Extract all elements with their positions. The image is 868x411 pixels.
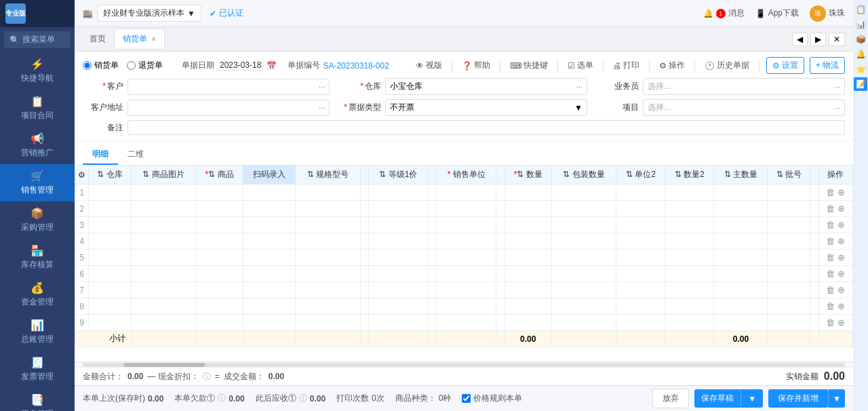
tab-next-button[interactable]: ▶	[810, 33, 826, 46]
row2-warehouse[interactable]	[89, 201, 132, 217]
row8-delete-btn[interactable]: 🗑	[826, 301, 835, 311]
row6-copy-btn[interactable]: ⊕	[837, 269, 845, 279]
th-qty[interactable]: *⇅ 数量	[505, 165, 551, 184]
tab-two-dim[interactable]: 二维	[118, 145, 153, 165]
panel-btn-5[interactable]: ⭐	[854, 62, 867, 76]
store-dropdown[interactable]: 好业财专业版演示样本 ▼	[97, 5, 201, 22]
row4-copy-btn[interactable]: ⊕	[837, 236, 845, 246]
salesman-input[interactable]: 选择... ···	[643, 78, 845, 95]
row2-delete-btn[interactable]: 🗑	[826, 203, 835, 214]
row2-spec[interactable]	[296, 201, 360, 217]
row7-copy-btn[interactable]: ⊕	[837, 285, 845, 295]
print-button[interactable]: 🖨打印	[610, 58, 642, 73]
select-button[interactable]: ☑选单	[565, 58, 596, 73]
operate-button[interactable]: ⚙操作	[656, 58, 688, 73]
row5-copy-btn[interactable]: ⊕	[837, 252, 845, 262]
row1-scan[interactable]	[243, 184, 295, 201]
note-input[interactable]	[127, 120, 845, 135]
project-input[interactable]: 选择... ···	[643, 99, 845, 116]
help-button[interactable]: ❓帮助	[459, 58, 493, 73]
th-warehouse[interactable]: ⇅ 仓库	[89, 165, 132, 184]
view-button[interactable]: 👁视版	[413, 58, 445, 73]
user-avatar-area[interactable]: 珠 珠珠	[810, 5, 845, 22]
row1-goods[interactable]	[196, 184, 243, 201]
sidebar-item-invoice[interactable]: 🧾 发票管理	[0, 351, 75, 388]
row1-copy-btn[interactable]: ⊕	[837, 187, 845, 197]
sidebar-item-inventory[interactable]: 🏪 库存核算	[0, 239, 75, 276]
sidebar-item-tax[interactable]: 📑 税务管理	[0, 388, 75, 411]
row1-qty2[interactable]	[665, 184, 714, 201]
scrollbar-thumb[interactable]	[123, 363, 205, 367]
row1-batch[interactable]	[768, 184, 810, 201]
history-button[interactable]: 🕐历史单据	[702, 58, 752, 73]
panel-btn-6[interactable]: 📝	[854, 77, 867, 91]
customer-dots[interactable]: ···	[319, 83, 325, 91]
panel-btn-3[interactable]: 📦	[854, 33, 867, 46]
row2-image[interactable]	[131, 201, 195, 217]
tab-detail[interactable]: 明细	[83, 145, 118, 165]
radio-return-input[interactable]	[127, 61, 136, 70]
th-scan-input[interactable]: 扫码录入	[243, 165, 295, 184]
add-logistics-button[interactable]: + 物流	[810, 57, 845, 74]
notification-button[interactable]: 🔔 1 消息	[703, 7, 745, 19]
sidebar-item-purchase[interactable]: 📦 采购管理	[0, 201, 75, 239]
sidebar-item-capital[interactable]: 💰 资金管理	[0, 276, 75, 313]
row4-delete-btn[interactable]: 🗑	[826, 236, 835, 246]
row1-warehouse[interactable]	[89, 184, 132, 201]
save-draft-button[interactable]: 保存草稿	[694, 389, 741, 408]
address-input[interactable]: ···	[127, 100, 330, 116]
panel-btn-2[interactable]: 📊	[854, 18, 867, 31]
row7-delete-btn[interactable]: 🗑	[826, 285, 835, 295]
close-tab-icon[interactable]: ×	[151, 35, 156, 44]
save-new-primary-button[interactable]: 保存并新增	[768, 389, 828, 408]
row1-main-qty[interactable]	[714, 184, 768, 201]
sidebar-item-project[interactable]: 📋 项目合同	[0, 90, 75, 127]
row2-price[interactable]	[368, 201, 428, 217]
save-new-button[interactable]: ▼	[741, 389, 763, 408]
store-selector[interactable]: 🏬 好业财专业版演示样本 ▼	[83, 5, 201, 22]
calendar-icon[interactable]: 📅	[267, 61, 277, 71]
th-unit2[interactable]: ⇅ 单位2	[616, 165, 665, 184]
sidebar-item-sales[interactable]: 🛒 销售管理	[0, 164, 75, 201]
row1-unit[interactable]	[437, 184, 496, 201]
row9-delete-btn[interactable]: 🗑	[826, 317, 835, 328]
tab-sale-order[interactable]: 销货单 ×	[114, 28, 165, 50]
row5-delete-btn[interactable]: 🗑	[826, 252, 835, 262]
customer-input[interactable]: ···	[127, 79, 330, 95]
row2-scan[interactable]	[243, 201, 295, 217]
sidebar-item-accounts[interactable]: 📊 总账管理	[0, 313, 75, 351]
panel-btn-4[interactable]: 🔔	[854, 47, 867, 61]
date-value[interactable]: 2023-03-18	[217, 60, 264, 71]
radio-sale-input[interactable]	[83, 61, 92, 70]
save-new-dropdown-button[interactable]: ▼	[828, 389, 845, 408]
row8-copy-btn[interactable]: ⊕	[837, 301, 845, 311]
sidebar-search-area[interactable]: 🔍 搜索菜单	[0, 27, 75, 52]
row1-qty[interactable]	[505, 184, 551, 201]
discard-button[interactable]: 放弃	[652, 389, 689, 408]
row1-image[interactable]	[131, 184, 195, 201]
row1-delete-btn[interactable]: 🗑	[826, 187, 835, 197]
salesman-dots[interactable]: ···	[834, 83, 840, 91]
row2-qty[interactable]	[505, 201, 551, 217]
sidebar-item-quick-nav[interactable]: ⚡ 快捷导航	[0, 52, 75, 90]
panel-btn-1[interactable]: 📋	[854, 3, 867, 16]
th-batch[interactable]: ⇅ 批号	[768, 165, 810, 184]
th-qty2[interactable]: ⇅ 数量2	[665, 165, 714, 184]
app-download-button[interactable]: 📱 App下载	[755, 7, 799, 19]
th-spec[interactable]: ⇅ 规格型号	[296, 165, 360, 184]
horizontal-scrollbar[interactable]	[75, 361, 853, 367]
tab-prev-button[interactable]: ◀	[792, 33, 808, 46]
project-dots[interactable]: ···	[834, 104, 840, 112]
row3-delete-btn[interactable]: 🗑	[826, 220, 835, 230]
tab-close-all-button[interactable]: ✕	[829, 33, 845, 46]
shortcut-button[interactable]: ⌨快捷键	[507, 58, 551, 73]
row1-pkg-qty[interactable]	[551, 184, 616, 201]
th-price[interactable]: ⇅ 等级1价	[368, 165, 428, 184]
row1-spec[interactable]	[296, 184, 360, 201]
row1-price[interactable]	[368, 184, 428, 201]
sidebar-item-marketing[interactable]: 📢 营销推广	[0, 127, 75, 164]
set-button[interactable]: ⚙ 设置	[766, 57, 804, 74]
th-settings[interactable]: ⚙	[75, 165, 89, 184]
row3-copy-btn[interactable]: ⊕	[837, 220, 845, 230]
row1-unit2[interactable]	[616, 184, 665, 201]
